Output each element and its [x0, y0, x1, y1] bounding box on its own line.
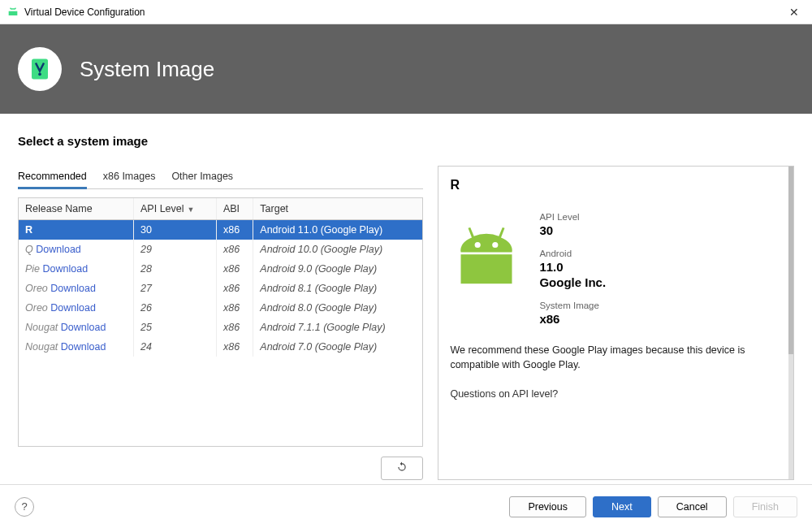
help-button[interactable]: ? [15, 497, 34, 517]
tabs-bar: Recommendedx86 ImagesOther Images [18, 166, 423, 189]
titlebar: Virtual Device Configuration ✕ [0, 0, 812, 24]
content-area: Select a system image Recommendedx86 Ima… [0, 114, 812, 484]
android-label: Android [539, 249, 606, 258]
close-icon[interactable]: ✕ [783, 6, 806, 19]
download-link[interactable]: Download [61, 322, 106, 333]
android-small-icon [6, 6, 19, 19]
system-image-label: System Image [539, 301, 606, 310]
finish-button: Finish [733, 496, 797, 517]
svg-point-4 [493, 242, 499, 248]
section-subtitle: Select a system image [18, 134, 794, 148]
svg-rect-2 [461, 254, 512, 283]
next-button[interactable]: Next [593, 496, 651, 517]
table-row[interactable]: Oreo Download26x86Android 8.0 (Google Pl… [19, 298, 422, 318]
page-title: System Image [80, 57, 214, 82]
android-version-value: 11.0 [539, 260, 606, 274]
col-abi[interactable]: ABI [216, 198, 253, 220]
dialog-footer: ? Previous Next Cancel Finish [0, 484, 812, 528]
system-image-table: Release Name API Level▼ ABI Target R30x8… [18, 197, 423, 447]
download-link[interactable]: Download [43, 263, 89, 275]
download-link[interactable]: Download [61, 341, 106, 353]
download-link[interactable]: Download [36, 244, 81, 255]
table-row[interactable]: Nougat Download25x86Android 7.1.1 (Googl… [19, 318, 422, 337]
scrollbar[interactable] [788, 167, 793, 479]
download-link[interactable]: Download [50, 283, 96, 294]
studio-icon [18, 47, 62, 91]
tab-recommended[interactable]: Recommended [18, 166, 87, 189]
svg-point-3 [475, 242, 481, 248]
image-list-panel: Recommendedx86 ImagesOther Images Releas… [18, 166, 423, 480]
android-logo-icon [450, 212, 523, 285]
download-link[interactable]: Download [50, 302, 96, 314]
col-target[interactable]: Target [253, 198, 423, 220]
titlebar-text: Virtual Device Configuration [24, 6, 783, 18]
api-level-label: API Level [539, 212, 606, 222]
col-api[interactable]: API Level▼ [134, 198, 217, 220]
vendor-value: Google Inc. [539, 275, 606, 289]
tab-other-images[interactable]: Other Images [171, 166, 233, 188]
api-level-question: Questions on API level? [450, 388, 782, 400]
api-level-value: 30 [539, 223, 606, 237]
recommendation-note: We recommend these Google Play images be… [450, 344, 782, 372]
svg-point-1 [38, 72, 41, 76]
col-release[interactable]: Release Name [19, 198, 134, 220]
cancel-button[interactable]: Cancel [658, 496, 727, 517]
dialog-header: System Image [0, 24, 812, 114]
table-row[interactable]: Pie Download28x86Android 9.0 (Google Pla… [19, 259, 422, 279]
system-image-value: x86 [539, 312, 606, 326]
table-row[interactable]: R30x86Android 11.0 (Google Play) [19, 220, 422, 240]
table-row[interactable]: Nougat Download24x86Android 7.0 (Google … [19, 337, 422, 357]
table-row[interactable]: Oreo Download27x86Android 8.1 (Google Pl… [19, 279, 422, 298]
refresh-icon [396, 461, 408, 473]
previous-button[interactable]: Previous [509, 496, 586, 517]
detail-panel: R API Level 30 Android 11.0 Google Inc. … [438, 166, 794, 480]
sort-desc-icon: ▼ [188, 206, 195, 214]
refresh-button[interactable] [381, 457, 423, 480]
detail-title: R [450, 178, 782, 193]
table-row[interactable]: Q Download29x86Android 10.0 (Google Play… [19, 240, 422, 259]
tab-x86-images[interactable]: x86 Images [103, 166, 156, 188]
